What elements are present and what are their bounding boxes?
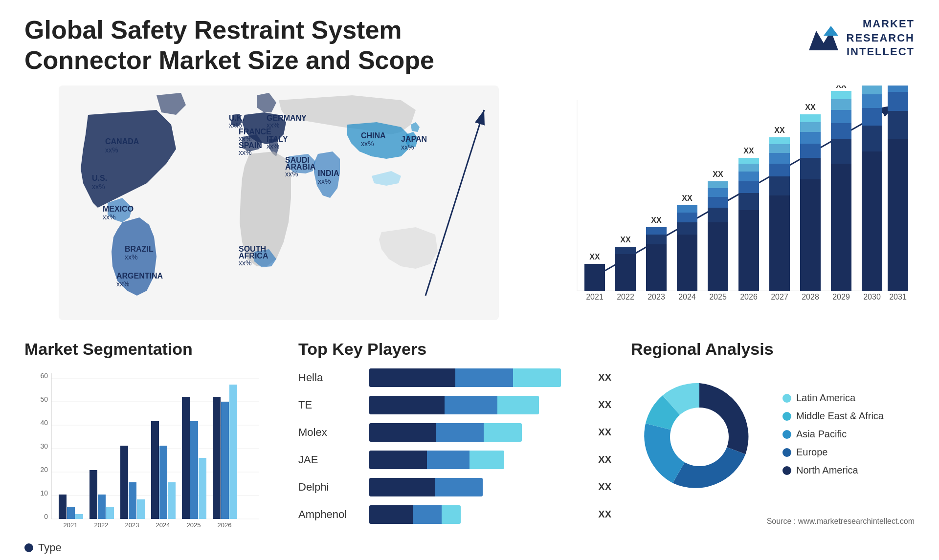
svg-text:2024: 2024 xyxy=(156,521,170,529)
svg-text:XX: XX xyxy=(589,253,600,261)
brand-logo-icon xyxy=(806,21,841,55)
svg-text:xx%: xx% xyxy=(361,140,374,148)
svg-text:xx%: xx% xyxy=(103,213,115,221)
svg-text:2022: 2022 xyxy=(94,521,109,529)
regional-legend-asia-pacific: Asia Pacific xyxy=(782,429,915,440)
player-row-hella: Hella XX xyxy=(298,368,611,387)
north-america-dot xyxy=(782,466,791,475)
svg-point-152 xyxy=(670,408,729,466)
svg-rect-49 xyxy=(646,244,667,291)
svg-rect-91 xyxy=(831,164,851,291)
regional-legend-north-america: North America xyxy=(782,465,915,476)
svg-rect-55 xyxy=(677,222,697,235)
svg-rect-137 xyxy=(129,482,136,519)
svg-rect-108 xyxy=(888,92,908,111)
player-row-jae: JAE XX xyxy=(298,451,611,469)
top-content: CANADA xx% U.S. xx% MEXICO xx% BRAZIL xx… xyxy=(24,86,915,320)
svg-rect-132 xyxy=(89,470,97,519)
svg-text:MEXICO: MEXICO xyxy=(103,205,134,213)
svg-text:50: 50 xyxy=(40,395,48,403)
player-bar-jae xyxy=(369,451,587,469)
player-value-delphi: XX xyxy=(598,481,611,493)
svg-rect-63 xyxy=(708,188,728,197)
svg-rect-80 xyxy=(769,137,790,144)
svg-rect-106 xyxy=(888,139,908,291)
svg-rect-150 xyxy=(229,385,237,519)
svg-text:xx%: xx% xyxy=(105,146,118,154)
type-legend-label: Type xyxy=(38,541,62,554)
svg-rect-68 xyxy=(738,193,759,210)
svg-rect-50 xyxy=(646,235,667,244)
svg-rect-54 xyxy=(677,235,697,291)
svg-text:2026: 2026 xyxy=(740,293,758,301)
svg-text:XX: XX xyxy=(743,147,754,155)
svg-text:CHINA: CHINA xyxy=(361,131,386,140)
player-value-hella: XX xyxy=(598,372,611,383)
svg-rect-102 xyxy=(862,94,882,108)
player-row-te: TE XX xyxy=(298,396,611,414)
page-title: Global Safety Restraint System Connector… xyxy=(24,15,465,76)
asia-pacific-label: Asia Pacific xyxy=(796,429,847,440)
svg-text:2031: 2031 xyxy=(889,293,907,301)
svg-rect-51 xyxy=(646,227,667,235)
svg-rect-141 xyxy=(159,446,167,519)
svg-text:xx%: xx% xyxy=(401,143,414,151)
legend-item-application: Application xyxy=(24,558,279,560)
svg-text:XX: XX xyxy=(682,194,693,202)
mea-label: Middle East & Africa xyxy=(796,410,884,422)
player-row-amphenol: Amphenol XX xyxy=(298,505,611,524)
player-bar-delphi xyxy=(369,478,587,496)
header: Global Safety Restraint System Connector… xyxy=(24,15,915,76)
player-list: Hella XX TE xyxy=(298,368,611,524)
player-value-te: XX xyxy=(598,399,611,410)
svg-rect-138 xyxy=(137,499,145,519)
svg-rect-129 xyxy=(67,507,75,519)
svg-text:XX: XX xyxy=(713,170,723,178)
svg-rect-133 xyxy=(98,495,106,519)
svg-text:2028: 2028 xyxy=(802,293,819,301)
svg-rect-130 xyxy=(75,514,83,519)
svg-rect-92 xyxy=(831,139,851,164)
svg-text:2021: 2021 xyxy=(586,293,604,301)
donut-chart-svg xyxy=(631,368,768,505)
svg-rect-62 xyxy=(708,197,728,208)
svg-text:XX: XX xyxy=(774,126,785,134)
svg-rect-109 xyxy=(888,86,908,92)
application-legend-label: Application xyxy=(38,558,91,560)
source-text: Source : www.marketresearchintellect.com xyxy=(631,517,915,526)
svg-rect-134 xyxy=(106,507,114,519)
svg-text:XX: XX xyxy=(805,103,816,111)
latin-america-dot xyxy=(782,394,791,403)
svg-rect-84 xyxy=(800,158,821,179)
svg-rect-76 xyxy=(769,176,790,195)
svg-text:XX: XX xyxy=(651,216,662,224)
brand-logo-text: MARKET RESEARCH INTELLECT xyxy=(847,17,915,59)
svg-text:xx%: xx% xyxy=(239,259,251,267)
svg-text:XX: XX xyxy=(836,86,847,89)
svg-text:20: 20 xyxy=(40,466,48,474)
logo-area: MARKET RESEARCH INTELLECT xyxy=(806,17,915,59)
svg-marker-1 xyxy=(824,26,838,36)
player-bar-hella xyxy=(369,368,587,387)
svg-text:xx%: xx% xyxy=(285,170,298,178)
svg-rect-83 xyxy=(800,179,821,291)
svg-rect-45 xyxy=(615,254,636,291)
segmentation-legend: Type Application Geography xyxy=(24,541,279,560)
type-legend-dot xyxy=(24,543,33,552)
svg-rect-140 xyxy=(151,421,159,519)
segmentation-section: Market Segmentation 0 10 20 30 40 50 60 xyxy=(24,340,279,560)
svg-rect-77 xyxy=(769,164,790,176)
svg-rect-61 xyxy=(708,208,728,222)
player-value-amphenol: XX xyxy=(598,509,611,520)
player-bar-amphenol xyxy=(369,505,587,524)
svg-rect-95 xyxy=(831,99,851,110)
svg-rect-56 xyxy=(677,213,697,222)
svg-text:xx%: xx% xyxy=(267,142,279,150)
svg-rect-64 xyxy=(708,181,728,188)
svg-rect-57 xyxy=(677,205,697,213)
svg-rect-94 xyxy=(831,110,851,123)
legend-item-type: Type xyxy=(24,541,279,554)
seg-chart-svg: 0 10 20 30 40 50 60 xyxy=(24,368,279,535)
svg-text:60: 60 xyxy=(40,372,48,380)
svg-text:2025: 2025 xyxy=(187,521,201,529)
